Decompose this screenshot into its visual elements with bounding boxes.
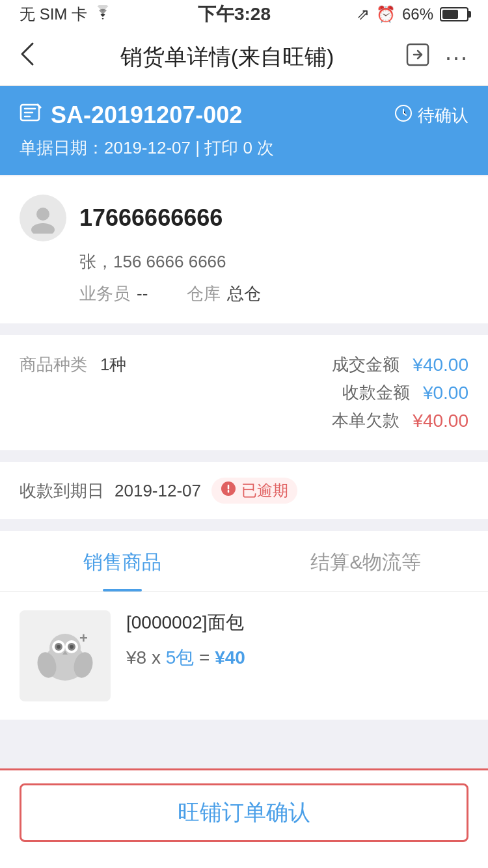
due-date-section: 收款到期日 2019-12-07 已逾期 bbox=[0, 462, 488, 519]
goods-type: 商品种类 1种 bbox=[20, 353, 126, 376]
received-amount-row: 收款金额 ¥0.00 bbox=[342, 381, 468, 404]
owed-amount-value: ¥40.00 bbox=[413, 411, 468, 431]
tab-settlement[interactable]: 结算&物流等 bbox=[244, 531, 488, 591]
product-thumbnail: + bbox=[20, 610, 111, 701]
overdue-text: 已逾期 bbox=[241, 480, 288, 501]
amounts-right: 成交金额 ¥40.00 收款金额 ¥0.00 本单欠款 ¥40.00 bbox=[332, 353, 468, 432]
svg-point-4 bbox=[31, 223, 55, 234]
product-item: + [0000002]面包 ¥8 x 5包 = ¥40 bbox=[20, 610, 468, 701]
order-id-row: SA-20191207-002 bbox=[20, 102, 242, 129]
tabs-section: 销售商品 结算&物流等 bbox=[0, 531, 488, 720]
customer-meta: 业务员 -- 仓库 总仓 bbox=[79, 282, 468, 305]
goods-type-label: 商品种类 bbox=[20, 353, 87, 376]
salesperson-value: -- bbox=[137, 284, 148, 304]
order-icon bbox=[20, 102, 43, 128]
due-date-label: 收款到期日 bbox=[20, 480, 104, 502]
more-icon[interactable]: ··· bbox=[445, 44, 468, 71]
warehouse-value: 总仓 bbox=[227, 282, 261, 305]
svg-text:+: + bbox=[79, 630, 88, 646]
owed-amount-row: 本单欠款 ¥40.00 bbox=[332, 409, 468, 432]
clock-icon bbox=[394, 104, 413, 127]
salesperson-label: 业务员 bbox=[79, 282, 130, 305]
product-total: ¥40 bbox=[215, 647, 245, 668]
tab-sales[interactable]: 销售商品 bbox=[0, 531, 244, 591]
status-bar: 无 SIM 卡 下午3:28 ⇗ ⏰ 66% bbox=[0, 0, 488, 29]
alarm-icon: ⏰ bbox=[376, 5, 396, 23]
deal-amount-label: 成交金额 bbox=[332, 353, 400, 376]
customer-section: 17666666666 张，156 6666 6666 业务员 -- 仓库 总仓 bbox=[0, 176, 488, 323]
status-time: 下午3:28 bbox=[198, 2, 271, 27]
battery-percent: 66% bbox=[402, 5, 433, 23]
overdue-badge: 已逾期 bbox=[211, 478, 297, 504]
product-equals: = bbox=[194, 647, 215, 668]
deal-amount-row: 成交金额 ¥40.00 bbox=[332, 353, 468, 376]
customer-name: 张，156 6666 6666 bbox=[79, 251, 468, 273]
warehouse-item: 仓库 总仓 bbox=[187, 282, 261, 305]
svg-point-13 bbox=[70, 645, 74, 649]
customer-phone: 17666666666 bbox=[79, 204, 223, 232]
product-qty: 5包 bbox=[166, 647, 195, 668]
owed-amount-label: 本单欠款 bbox=[332, 409, 400, 432]
deal-amount-value: ¥40.00 bbox=[413, 355, 468, 375]
received-amount-value: ¥0.00 bbox=[423, 383, 468, 403]
bottom-bar: 旺铺订单确认 bbox=[0, 768, 488, 868]
page-title: 销货单详情(来自旺铺) bbox=[48, 42, 406, 72]
status-right: ⇗ ⏰ 66% bbox=[357, 5, 468, 23]
salesperson-item: 业务员 -- bbox=[79, 282, 148, 305]
product-list: + [0000002]面包 ¥8 x 5包 = ¥40 bbox=[0, 592, 488, 720]
wifi-icon bbox=[94, 5, 112, 23]
order-status: 待确认 bbox=[394, 104, 468, 127]
amount-section: 商品种类 1种 成交金额 ¥40.00 收款金额 ¥0.00 本单欠款 ¥40.… bbox=[0, 335, 488, 450]
product-info: [0000002]面包 ¥8 x 5包 = ¥40 bbox=[126, 610, 468, 670]
order-header: SA-20191207-002 待确认 单据日期：2019-12-07 | 打印… bbox=[0, 86, 488, 175]
location-icon: ⇗ bbox=[357, 5, 370, 23]
back-button[interactable] bbox=[20, 41, 48, 73]
warning-icon bbox=[221, 481, 236, 500]
battery-icon bbox=[440, 7, 468, 21]
status-left: 无 SIM 卡 bbox=[20, 4, 112, 25]
nav-actions: ··· bbox=[406, 43, 468, 72]
product-name: [0000002]面包 bbox=[126, 610, 468, 635]
product-price: ¥8 x 5包 = ¥40 bbox=[126, 645, 468, 670]
confirm-order-button[interactable]: 旺铺订单确认 bbox=[20, 783, 468, 842]
order-id-text: SA-20191207-002 bbox=[51, 102, 242, 129]
warehouse-label: 仓库 bbox=[187, 282, 221, 305]
nav-bar: 销货单详情(来自旺铺) ··· bbox=[0, 29, 488, 86]
tabs-row: 销售商品 结算&物流等 bbox=[0, 531, 488, 592]
svg-point-12 bbox=[57, 645, 61, 649]
order-date: 单据日期：2019-12-07 | 打印 0 次 bbox=[20, 137, 468, 159]
due-date-value: 2019-12-07 bbox=[115, 481, 201, 501]
received-amount-label: 收款金额 bbox=[342, 381, 410, 404]
goods-type-value: 1种 bbox=[100, 353, 126, 376]
status-text: 待确认 bbox=[418, 104, 468, 127]
carrier-text: 无 SIM 卡 bbox=[20, 4, 87, 25]
share-icon[interactable] bbox=[406, 43, 429, 72]
avatar bbox=[20, 195, 66, 241]
product-price-text: ¥8 x bbox=[126, 647, 166, 668]
svg-point-3 bbox=[36, 208, 49, 221]
